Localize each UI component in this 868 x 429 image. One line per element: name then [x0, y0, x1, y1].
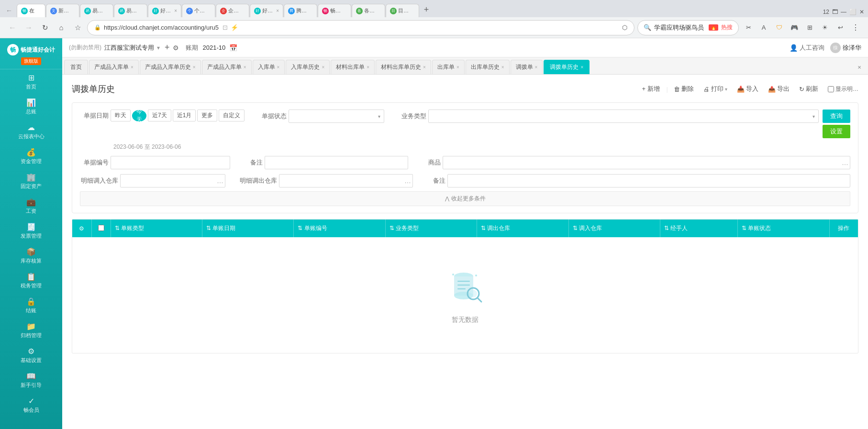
toolbar-game[interactable]: 🎮	[788, 21, 801, 34]
new-tab-button[interactable]: +	[420, 3, 433, 16]
bookmark-button[interactable]: ☆	[71, 21, 84, 34]
tab-in-history[interactable]: 入库单历史 ×	[286, 60, 330, 74]
th-doc-status[interactable]: ⇅ 单账状态	[738, 220, 829, 237]
browser-tab-qi[interactable]: 企 企…	[216, 4, 249, 17]
refresh-page-button[interactable]: ↻ 刷新	[795, 82, 822, 96]
sidebar-item-invoice[interactable]: 🧾 发票管理	[0, 219, 62, 243]
th-doc-type[interactable]: ⇅ 单账类型	[111, 220, 202, 237]
toolbar-brightness[interactable]: ☀	[818, 21, 832, 34]
toolbar-undo[interactable]: ↩	[834, 21, 847, 34]
export-button[interactable]: 📤 导出	[764, 82, 793, 96]
sidebar-item-home[interactable]: ⊞ 首页	[0, 69, 62, 94]
browser-tab-chang[interactable]: 畅 畅…	[318, 4, 351, 17]
detail-remark-input[interactable]	[447, 174, 850, 187]
tab-transfer-history[interactable]: 调拨单历史 ×	[544, 60, 590, 74]
sidebar-item-cloud-report[interactable]: ☁ 云报表中心	[0, 119, 62, 144]
select-all-checkbox[interactable]	[98, 225, 104, 231]
detail-out-ellipsis-icon[interactable]: …	[404, 177, 411, 185]
browser-tab-yi2[interactable]: 易 易…	[114, 4, 147, 17]
date-btn-7days[interactable]: 近7天	[148, 110, 171, 121]
tab-material-out[interactable]: 材料出库单 ×	[331, 60, 375, 74]
home-browser-button[interactable]: ⌂	[55, 21, 68, 34]
sidebar-item-inventory[interactable]: 📦 库存核算	[0, 243, 62, 268]
close-tab-out-history[interactable]: ×	[501, 65, 504, 70]
tab-in[interactable]: 入库单 ×	[253, 60, 285, 74]
sidebar-item-payroll[interactable]: 💼 工资	[0, 194, 62, 219]
browser-tab-teng[interactable]: 腾 腾…	[284, 4, 317, 17]
sidebar-item-fixed-assets[interactable]: 🏢 固定资产	[0, 169, 62, 194]
browser-tab-mu[interactable]: 目 目…	[386, 4, 419, 17]
close-tab-in[interactable]: ×	[277, 65, 280, 70]
date-btn-more[interactable]: 更多	[197, 110, 217, 121]
close-all-tabs-button[interactable]: ×	[853, 60, 866, 74]
tab-home[interactable]: 首页	[64, 60, 88, 74]
detail-in-input[interactable]	[120, 174, 225, 187]
forward-button[interactable]: →	[22, 21, 35, 34]
query-button[interactable]: 查询	[823, 110, 850, 123]
sidebar-item-general-ledger[interactable]: 📊 总账	[0, 94, 62, 119]
address-bar[interactable]: 🔒 https://cloud.chanjet.com/accounting/u…	[87, 20, 634, 35]
show-all-checkbox[interactable]	[828, 86, 834, 92]
sidebar-item-capital[interactable]: 💰 资金管理	[0, 144, 62, 169]
import-button[interactable]: 📥 导入	[733, 82, 762, 96]
print-button[interactable]: 🖨 打印 ▾	[700, 82, 731, 96]
browser-tab-1[interactable]: 畅 在	[17, 4, 45, 17]
refresh-browser-button[interactable]: ↻	[38, 21, 52, 34]
close-tab-material-out-history[interactable]: ×	[423, 65, 426, 70]
date-btn-custom[interactable]: 自定义	[219, 110, 245, 121]
company-name[interactable]: 江西服宝测试专用	[104, 44, 154, 52]
date-btn-1month[interactable]: 近1月	[173, 110, 196, 121]
sidebar-item-closing[interactable]: 🔒 结账	[0, 293, 62, 318]
browser-tab-ge[interactable]: 个 个…	[182, 4, 215, 17]
toolbar-wallet[interactable]: 🛡	[772, 21, 786, 34]
show-all-checkbox-label[interactable]: 显示明…	[828, 85, 858, 93]
calendar-icon[interactable]: 📅	[229, 44, 237, 52]
close-tab-product-in2[interactable]: ×	[244, 65, 246, 70]
remark-input[interactable]	[265, 156, 408, 169]
toolbar-cut[interactable]: ✂	[742, 21, 755, 34]
th-out-warehouse[interactable]: ⇅ 调出仓库	[477, 220, 568, 237]
user-info[interactable]: 徐 徐泽华	[830, 43, 861, 53]
setting-button[interactable]: 设置	[823, 125, 850, 138]
close-tab-out[interactable]: ×	[456, 65, 459, 70]
close-tab-transfer-history[interactable]: ×	[580, 65, 583, 70]
browser-tab-hao1[interactable]: 好 好… ×	[148, 4, 181, 17]
toolbar-more[interactable]: ⋮	[849, 21, 862, 34]
doc-number-input[interactable]	[111, 156, 230, 169]
sidebar-item-archive[interactable]: 📁 归档管理	[0, 318, 62, 343]
sidebar-item-member[interactable]: ✓ 畅会员	[0, 393, 62, 418]
th-checkbox[interactable]	[91, 220, 111, 237]
detail-out-input[interactable]	[279, 174, 413, 187]
close-tab-in-history[interactable]: ×	[322, 65, 324, 70]
th-in-warehouse[interactable]: ⇅ 调入仓库	[568, 220, 660, 237]
detail-in-ellipsis-icon[interactable]: …	[217, 177, 223, 185]
th-handler[interactable]: ⇅ 经手人	[660, 220, 737, 237]
add-company-button[interactable]: +	[165, 43, 170, 53]
browser-tab-new[interactable]: 文 新…	[46, 4, 79, 17]
th-doc-date[interactable]: ⇅ 单账日期	[202, 220, 293, 237]
tab-product-in-history[interactable]: 产成品入库单历史 ×	[140, 60, 201, 74]
th-biz-type[interactable]: ⇅ 业务类型	[385, 220, 477, 237]
close-tab-transfer[interactable]: ×	[535, 65, 538, 70]
close-tab-product-in-history[interactable]: ×	[193, 65, 196, 70]
sidebar-item-guide[interactable]: 📖 新手引导	[0, 368, 62, 393]
tab-product-in2[interactable]: 产成品入库单 ×	[202, 60, 252, 74]
back-button[interactable]: ←	[6, 21, 19, 34]
goods-ellipsis-icon[interactable]: …	[842, 159, 848, 166]
biz-type-select[interactable]	[428, 110, 819, 123]
settings-icon[interactable]: ⚙	[173, 44, 179, 52]
delete-button[interactable]: 🗑 删除	[670, 82, 698, 96]
toolbar-translate[interactable]: A	[757, 21, 770, 34]
date-btn-yesterday[interactable]: 昨天	[111, 110, 131, 121]
new-button[interactable]: + 新增	[637, 82, 664, 96]
toolbar-grid[interactable]: ⊞	[803, 21, 816, 34]
service-button[interactable]: 👤 人工咨询	[790, 44, 824, 52]
collapse-button[interactable]: ⋀ 收起更多条件	[80, 191, 850, 206]
tab-out[interactable]: 出库单 ×	[432, 60, 465, 74]
status-select[interactable]	[289, 110, 384, 123]
th-doc-number[interactable]: ⇅ 单账编号	[294, 220, 385, 237]
close-tab-product-in[interactable]: ×	[131, 65, 134, 70]
browser-tab-yi1[interactable]: 易 易…	[80, 4, 113, 17]
tab-transfer[interactable]: 调拨单 ×	[511, 60, 543, 74]
sidebar-item-basic-settings[interactable]: ⚙ 基础设置	[0, 343, 62, 368]
